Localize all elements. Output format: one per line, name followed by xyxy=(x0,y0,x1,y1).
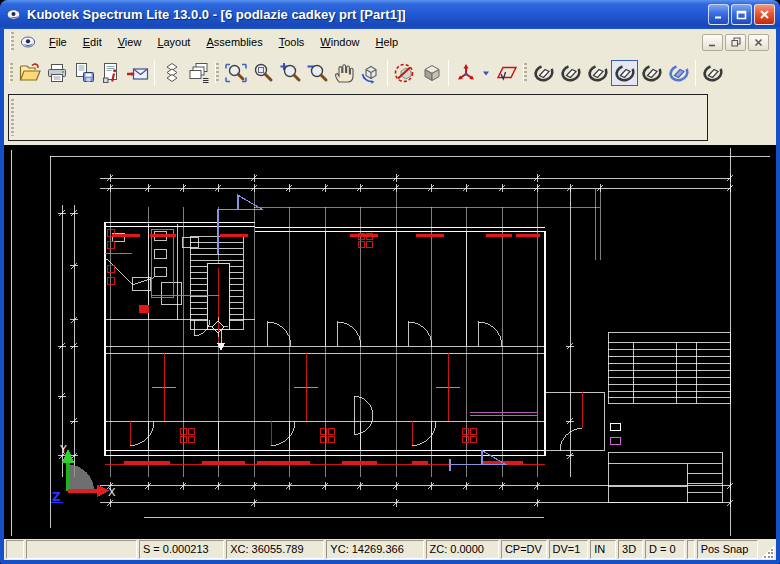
zoom-window-button[interactable] xyxy=(222,60,249,86)
menu-help[interactable]: Help xyxy=(368,33,407,51)
maximize-icon xyxy=(736,9,747,20)
cplane-4-button[interactable] xyxy=(611,60,638,86)
status-snap[interactable]: Pos Snap xyxy=(697,540,759,559)
menubar-grip[interactable] xyxy=(10,32,14,52)
layers-icon xyxy=(187,61,211,85)
status-bar: S = 0.000213XC: 36055.789YC: 14269.366ZC… xyxy=(4,539,776,560)
toolbar-sep xyxy=(387,60,388,86)
cplane-6-button[interactable] xyxy=(665,60,692,86)
minimize-icon xyxy=(713,9,724,20)
title-bar: Kubotek Spectrum Lite 13.0.0 - [6 podlaz… xyxy=(0,0,780,29)
drawing-canvas[interactable]: Y X Z xyxy=(4,145,776,539)
toolbar-grip[interactable] xyxy=(9,63,13,83)
child-minimize-icon xyxy=(708,38,717,47)
levels-button[interactable] xyxy=(158,60,185,86)
construction-axes-icon xyxy=(454,61,478,85)
zoom-out-icon xyxy=(305,61,329,85)
axis-triad: Y X Z xyxy=(51,443,116,504)
cplane-3-button[interactable] xyxy=(584,60,611,86)
cplane-7-icon xyxy=(701,61,725,85)
doors xyxy=(130,322,582,451)
toolbar-sep xyxy=(448,60,449,86)
open-file-button[interactable] xyxy=(16,60,43,86)
menu-window[interactable]: Window xyxy=(312,33,367,51)
menu-layout[interactable]: Layout xyxy=(149,33,198,51)
shaded-view-icon xyxy=(420,61,444,85)
print-button[interactable] xyxy=(43,60,70,86)
app-icon xyxy=(5,7,22,22)
status-scale: S = 0.000213 xyxy=(139,540,224,559)
print-to-file-icon xyxy=(72,61,96,85)
child-window-controls xyxy=(702,34,773,51)
cplane-5-icon xyxy=(640,61,664,85)
menu-tools[interactable]: Tools xyxy=(271,33,313,51)
status-xc: XC: 36055.789 xyxy=(226,540,324,559)
menu-file[interactable]: File xyxy=(41,33,75,51)
child-restore-button[interactable] xyxy=(725,34,746,51)
toolbar-grip[interactable] xyxy=(215,63,219,83)
zoom-window-icon xyxy=(224,61,248,85)
blank-entities-button[interactable] xyxy=(391,60,418,86)
axes-dropdown-button[interactable] xyxy=(479,60,493,86)
cplane-1-button[interactable] xyxy=(530,60,557,86)
menu-view[interactable]: View xyxy=(110,33,150,51)
status-zc: ZC: 0.0000 xyxy=(426,540,499,559)
legend-swatches xyxy=(610,423,620,444)
zoom-out-button[interactable] xyxy=(303,60,330,86)
zoom-in-button[interactable] xyxy=(276,60,303,86)
close-icon xyxy=(759,9,770,20)
cplane-5-button[interactable] xyxy=(638,60,665,86)
zoom-fit-button[interactable] xyxy=(249,60,276,86)
status-units: IN xyxy=(590,540,616,559)
toolbar-sep xyxy=(154,60,155,86)
file-properties-button[interactable] xyxy=(97,60,124,86)
construction-axes-button[interactable] xyxy=(452,60,479,86)
view-plane-button[interactable] xyxy=(493,60,520,86)
blank-entities-icon xyxy=(393,61,417,85)
status-cp: CP=DV xyxy=(501,540,547,559)
menu-items: FileEditViewLayoutAssembliesToolsWindowH… xyxy=(41,33,406,51)
cplane-2-button[interactable] xyxy=(557,60,584,86)
toolbar-grip[interactable] xyxy=(523,63,527,83)
minimize-button[interactable] xyxy=(708,4,729,25)
building-walls xyxy=(105,222,604,455)
app-body: FileEditViewLayoutAssembliesToolsWindowH… xyxy=(4,29,776,560)
cplane-3-icon xyxy=(586,61,610,85)
child-close-button[interactable] xyxy=(748,34,769,51)
title-block xyxy=(608,453,722,503)
status-gap xyxy=(687,540,695,559)
status-mode: 3D xyxy=(618,540,643,559)
pan-button[interactable] xyxy=(330,60,357,86)
cplane-7-button[interactable] xyxy=(699,60,726,86)
menu-bar: FileEditViewLayoutAssembliesToolsWindowH… xyxy=(4,29,776,55)
staircase xyxy=(190,236,243,351)
maximize-button[interactable] xyxy=(731,4,752,25)
cplane-6-icon xyxy=(667,61,691,85)
rotate-view-icon xyxy=(359,61,383,85)
send-mail-button[interactable] xyxy=(124,60,151,86)
file-properties-icon xyxy=(99,61,123,85)
child-minimize-button[interactable] xyxy=(702,34,723,51)
menu-edit[interactable]: Edit xyxy=(75,33,110,51)
print-to-file-button[interactable] xyxy=(70,60,97,86)
cplane-2-icon xyxy=(559,61,583,85)
child-restore-icon xyxy=(731,37,741,47)
axis-x-label: X xyxy=(108,486,116,499)
cplane-4-icon xyxy=(613,61,637,85)
axis-y-label: Y xyxy=(59,443,67,456)
resize-grip[interactable] xyxy=(760,540,774,559)
status-dv: DV=1 xyxy=(549,540,589,559)
shaded-view-button[interactable] xyxy=(418,60,445,86)
child-close-icon xyxy=(754,38,763,47)
document-icon xyxy=(19,34,37,50)
main-toolbar xyxy=(4,55,776,91)
cplane-1-icon xyxy=(532,61,556,85)
status-yc: YC: 14269.366 xyxy=(326,540,423,559)
prompt-history-box[interactable] xyxy=(8,94,708,141)
window-title: Kubotek Spectrum Lite 13.0.0 - [6 podlaz… xyxy=(27,7,406,22)
layers-button[interactable] xyxy=(185,60,212,86)
close-button[interactable] xyxy=(754,4,775,25)
menu-assemblies[interactable]: Assemblies xyxy=(198,33,270,51)
rotate-view-button[interactable] xyxy=(357,60,384,86)
zoom-in-icon xyxy=(278,61,302,85)
